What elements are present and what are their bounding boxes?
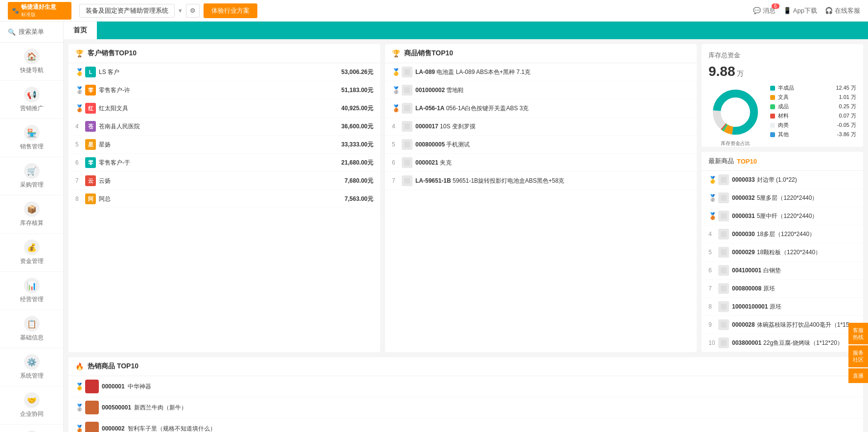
sidebar-item-basic[interactable]: 📋 基础信息 [0, 310, 63, 348]
list-item: 🥈 000500001新西兰牛肉（新牛） [69, 397, 863, 418]
system-name[interactable]: 装备及固定资产辅助管理系统 [79, 4, 175, 18]
table-row: 5 000800005 手机测试 [385, 136, 697, 154]
product-info: 000500001新西兰牛肉（新牛） [102, 404, 856, 412]
table-row: 7 云 云扬 7,680.00元 [69, 172, 380, 190]
trial-button[interactable]: 体验行业方案 [204, 3, 257, 18]
latest-products-list: 🥇 0000033封边带 (1.0*22) 🥈 00000325厘多层（1220… [702, 171, 863, 352]
hot-products-list: 🥇 0000001中华神器 🥈 000500001新西兰牛肉（新牛） 🥉 000… [69, 376, 863, 432]
online-service-button[interactable]: 🎧 在线客服 [825, 6, 860, 15]
hot-products-section: 🔥 热销商品 TOP10 🥇 0000001中华神器 🥈 000500001新西… [64, 357, 868, 432]
gear-icon[interactable]: ⚙ [186, 4, 200, 18]
customer-value: 7,680.00元 [344, 177, 373, 185]
list-item: 🥇 0000033封边带 (1.0*22) [702, 171, 863, 189]
rank-number: 8 [75, 195, 85, 202]
product-avatar [718, 283, 729, 294]
medal-icon: 🥇 [708, 176, 718, 184]
rank-number: 5 [392, 141, 402, 148]
main-grid: 🏆 客户销售TOP10 🥇 L LS 客户 53,006.26元 🥈 零 零售客… [64, 39, 868, 357]
inventory-unit: 万 [737, 70, 744, 77]
svg-rect-20 [721, 322, 727, 328]
table-row: 6 零 零售客户-于 21,680.00元 [69, 154, 380, 172]
customer-ranking-card: 🏆 客户销售TOP10 🥇 L LS 客户 53,006.26元 🥈 零 零售客… [69, 44, 380, 352]
product-info: 000800005 手机测试 [415, 141, 690, 149]
list-item: 10 00380000122g鱼豆腐-烧烤味（1*12*20） [702, 334, 863, 352]
product-avatar [718, 247, 729, 258]
logo-line2: 标准版 [21, 11, 56, 18]
megaphone-icon: 📢 [24, 87, 40, 102]
top10-label: TOP10 [737, 158, 757, 165]
legend-value: 1.01 万 [839, 94, 856, 101]
nav-tabs: 首页 [64, 22, 868, 39]
product-info: 000003018多层（1220*2440） [732, 230, 856, 239]
product-ranking-header: 🏆 商品销售TOP10 [385, 44, 697, 63]
customer-name: 阿总 [99, 195, 341, 203]
hot-products-title: 热销商品 TOP10 [88, 362, 138, 371]
product-info: 0000033封边带 (1.0*22) [732, 176, 856, 184]
product-avatar [718, 265, 729, 276]
svg-rect-19 [721, 304, 727, 310]
legend-value: 0.25 万 [839, 103, 856, 110]
product-avatar [718, 319, 729, 330]
medal-icon: 🥈 [708, 194, 718, 202]
sidebar-item-system[interactable]: ⚙️ 系统管理 [0, 348, 63, 386]
product-info: 00380000122g鱼豆腐-烧烤味（1*12*20） [732, 339, 856, 347]
store-icon: 🏪 [24, 125, 40, 141]
clipboard-icon: 📋 [24, 316, 40, 332]
product-avatar [718, 211, 729, 221]
sidebar-item-label: 快捷导航 [20, 66, 44, 74]
legend-color-dot [770, 132, 775, 137]
home-icon: 🏠 [24, 48, 40, 64]
list-item: 🥈 00000325厘多层（1220*2440） [702, 189, 863, 207]
product-info: 00000325厘多层（1220*2440） [732, 194, 856, 202]
logo: 🐾 畅捷通好生意 标准版 [8, 2, 71, 20]
legend-value: 0.07 万 [839, 112, 856, 120]
customer-service-button[interactable]: 客服热线 [848, 323, 868, 345]
product-info: 10000100001原坯 [732, 303, 856, 311]
customer-value: 7,563.00元 [344, 195, 373, 203]
sidebar-item-guide[interactable]: 🎯 新手引导 [0, 425, 63, 432]
list-item: 🥉 00000315厘中纤（1220*2440） [702, 207, 863, 225]
customer-value: 36,600.00元 [342, 122, 373, 131]
tab-home[interactable]: 首页 [64, 22, 97, 39]
product-info: 000002918颗粒板（1220*2440） [732, 248, 856, 257]
list-item: 🥉 0000002智利车子里（规格不知道填什么） [69, 418, 863, 432]
cart-icon: 🛒 [24, 163, 40, 179]
list-item: 8 10000100001原坯 [702, 298, 863, 316]
product-avatar [718, 301, 729, 312]
legend-color-dot [770, 95, 775, 100]
product-avatar [718, 192, 729, 203]
customer-avatar: 阿 [85, 193, 96, 204]
sidebar-item-sales[interactable]: 🏪 销售管理 [0, 119, 63, 157]
sidebar-item-inventory[interactable]: 📦 库存核算 [0, 195, 63, 234]
livestream-button[interactable]: 直播 [848, 368, 868, 383]
service-label: 在线客服 [835, 6, 860, 15]
chevron-down-icon[interactable]: ▾ [179, 7, 182, 14]
sidebar-item-operation[interactable]: 📊 经营管理 [0, 272, 63, 310]
legend-item: 材料 0.07 万 [770, 112, 856, 120]
sidebar-item-finance[interactable]: 💰 资金管理 [0, 234, 63, 272]
product-info: 0000028体碗荔枝味苏打饮品400毫升（1*15） [732, 321, 856, 329]
rank-number: 5 [75, 141, 85, 148]
messages-button[interactable]: 💬 消息 6 [753, 6, 776, 15]
rank-number: 4 [708, 231, 718, 238]
customer-name: 零售客户-许 [99, 86, 338, 95]
product-info: 0000001中华神器 [102, 383, 856, 391]
product-info: 004100001白钢垫 [732, 266, 856, 275]
inventory-title: 库存总资金 [708, 51, 856, 60]
product-avatar [402, 121, 412, 132]
logo-icon: 🐾 [12, 7, 19, 14]
latest-title: 最新商品 [708, 157, 734, 166]
service-community-button[interactable]: 服务社区 [848, 345, 868, 367]
medal-icon: 🥈 [392, 86, 402, 94]
sidebar-item-company[interactable]: 🤝 企业协同 [0, 386, 63, 425]
app-download-button[interactable]: 📱 App下载 [783, 6, 817, 15]
search-menu-button[interactable]: 🔍 搜索菜单 [4, 25, 59, 38]
sidebar-item-purchase[interactable]: 🛒 采购管理 [0, 157, 63, 195]
svg-rect-0 [404, 69, 410, 75]
product-info: 0000002智利车子里（规格不知道填什么） [102, 425, 856, 432]
sidebar-item-quick-nav[interactable]: 🏠 快捷导航 [0, 43, 63, 81]
logo-line1: 畅捷通好生意 [21, 3, 56, 11]
sidebar-item-marketing[interactable]: 📢 营销推广 [0, 81, 63, 119]
product-avatar [402, 175, 412, 186]
legend-name: 半成品 [778, 84, 833, 92]
